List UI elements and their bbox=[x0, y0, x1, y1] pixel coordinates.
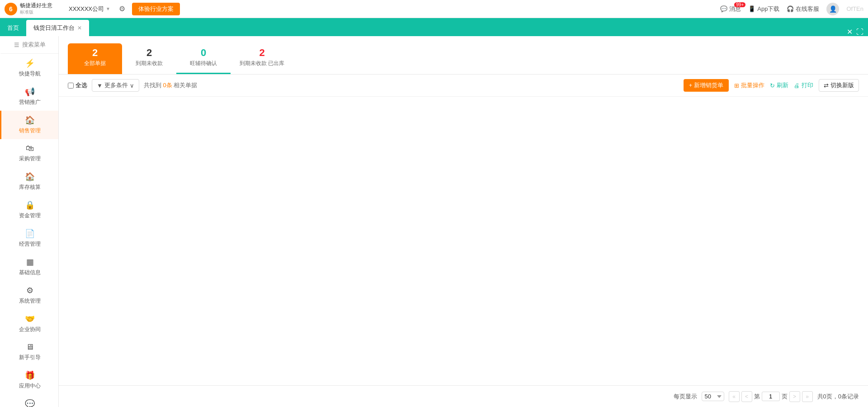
company-name: XXXXXX公司 bbox=[69, 5, 104, 13]
sidebar-search-label: 搜索菜单 bbox=[22, 41, 46, 49]
sidebar-item-system[interactable]: ⚙ 系统管理 bbox=[0, 281, 58, 309]
topbar: 6 畅捷通好生意 标准版 XXXXXX公司 ▼ ⚙ 体验行业方案 💬 消息 99… bbox=[0, 0, 868, 18]
sidebar-item-purchase[interactable]: 🛍 采购管理 bbox=[0, 139, 58, 167]
app-sub: 标准版 bbox=[20, 9, 52, 15]
app-download-button[interactable]: 📱 App下载 bbox=[748, 5, 779, 13]
empty-placeholder bbox=[59, 97, 868, 385]
switch-label: 切换新版 bbox=[830, 81, 854, 89]
company-selector[interactable]: XXXXXX公司 ▼ bbox=[63, 5, 116, 13]
filter-icon: ▼ bbox=[97, 82, 103, 89]
message-button[interactable]: 💬 消息 99+ bbox=[720, 5, 741, 13]
switch-version-button[interactable]: ⇄ 切换新版 bbox=[819, 79, 859, 92]
quicknav-icon: ⚡ bbox=[25, 58, 35, 68]
stats-tabs-bar: 2 全部单据 2 到期未收款 0 旺辅待确认 2 到期未收款 已出库 bbox=[59, 36, 868, 75]
last-page-button[interactable]: » bbox=[802, 391, 813, 402]
sidebar-guide-label: 新手引导 bbox=[19, 354, 41, 361]
stat-tab-overdue[interactable]: 2 到期未收款 bbox=[122, 43, 176, 74]
sidebar-item-guide[interactable]: 🖥 新手引导 bbox=[0, 338, 58, 366]
per-page-select[interactable]: 50 100 200 bbox=[702, 392, 724, 401]
sidebar-appcenter-label: 应用中心 bbox=[19, 382, 41, 390]
basics-icon: ▦ bbox=[26, 257, 34, 267]
sidebar-system-label: 系统管理 bbox=[19, 297, 41, 305]
tab-workbench-label: 钱货日清工作台 bbox=[33, 24, 75, 32]
sales-icon: 🏠 bbox=[25, 115, 35, 125]
toolbar-right: + 新增销货单 ⊞ 批量操作 ↻ 刷新 🖨 打印 ⇄ 切换新版 bbox=[684, 79, 859, 92]
filter-arrow-icon: ∨ bbox=[130, 82, 134, 89]
sidebar-inventory-label: 库存核算 bbox=[19, 183, 41, 191]
sidebar: ☰ 搜索菜单 ⚡ 快捷导航 📢 营销推广 🏠 销售管理 🛍 采购管理 🏠 库存核… bbox=[0, 36, 59, 407]
search-icon: ☰ bbox=[14, 42, 19, 48]
main-content: 2 全部单据 2 到期未收款 0 旺辅待确认 2 到期未收款 已出库 全选 bbox=[59, 36, 868, 407]
stat-all-num: 2 bbox=[77, 47, 113, 59]
sidebar-purchase-label: 采购管理 bbox=[19, 155, 41, 163]
app-download-label: App下载 bbox=[757, 5, 779, 13]
sidebar-item-marketing[interactable]: 📢 营销推广 bbox=[0, 82, 58, 111]
sidebar-item-basics[interactable]: ▦ 基础信息 bbox=[0, 253, 58, 281]
nav-collapse-icon[interactable]: ✕ bbox=[847, 28, 853, 36]
message-badge: 99+ bbox=[734, 2, 745, 7]
stat-tab-all[interactable]: 2 全部单据 bbox=[68, 43, 122, 74]
logo-text-block: 畅捷通好生意 标准版 bbox=[20, 2, 52, 16]
nav-expand-icon[interactable]: ⛶ bbox=[856, 28, 863, 36]
print-button[interactable]: 🖨 打印 bbox=[794, 81, 813, 89]
filter-label: 更多条件 bbox=[104, 81, 128, 89]
stat-tab-shipped[interactable]: 2 到期未收款 已出库 bbox=[231, 43, 293, 74]
headset-icon: 🎧 bbox=[787, 5, 794, 12]
print-icon: 🖨 bbox=[794, 82, 800, 89]
sidebar-quicknav-label: 快捷导航 bbox=[19, 70, 41, 78]
add-order-button[interactable]: + 新增销货单 bbox=[684, 79, 729, 92]
stat-tab-wangfu[interactable]: 0 旺辅待确认 bbox=[176, 43, 231, 74]
user-name-label[interactable]: OfTEn bbox=[846, 5, 863, 12]
message-icon: 💬 bbox=[720, 5, 727, 12]
next-page-button[interactable]: > bbox=[789, 391, 800, 402]
operations-icon: 📄 bbox=[25, 229, 35, 239]
tab-close-icon[interactable]: ✕ bbox=[77, 25, 82, 31]
sidebar-item-sales[interactable]: 🏠 销售管理 bbox=[0, 111, 58, 139]
batch-ops-button[interactable]: ⊞ 批量操作 bbox=[734, 81, 764, 89]
table-area bbox=[59, 97, 868, 385]
tab-workbench[interactable]: 钱货日清工作台 ✕ bbox=[26, 20, 89, 36]
trial-button[interactable]: 体验行业方案 bbox=[132, 3, 180, 15]
appcenter-icon: 🎁 bbox=[25, 370, 35, 380]
stat-wangfu-num: 0 bbox=[185, 47, 222, 59]
page-nav: « < 第 页 > » bbox=[729, 391, 813, 402]
logo-icon: 6 bbox=[5, 3, 17, 15]
page-label: 第 bbox=[754, 393, 760, 401]
filter-button[interactable]: ▼ 更多条件 ∨ bbox=[92, 79, 139, 92]
finance-icon: 🔒 bbox=[25, 200, 35, 210]
sidebar-item-operations[interactable]: 📄 经营管理 bbox=[0, 224, 58, 253]
sidebar-item-appcenter[interactable]: 🎁 应用中心 bbox=[0, 366, 58, 394]
nav-right-icons: ✕ ⛶ bbox=[847, 28, 868, 36]
sidebar-item-enterprise[interactable]: 🤝 企业协同 bbox=[0, 309, 58, 338]
sidebar-item-finance[interactable]: 🔒 资金管理 bbox=[0, 196, 58, 224]
page-input[interactable] bbox=[762, 392, 780, 401]
sidebar-item-inventory[interactable]: 🏠 库存核算 bbox=[0, 167, 58, 196]
nav-tabs-bar: 首页 钱货日清工作台 ✕ ✕ ⛶ bbox=[0, 18, 868, 36]
print-label: 打印 bbox=[802, 81, 813, 89]
refresh-icon: ↻ bbox=[770, 82, 775, 89]
stat-overdue-num: 2 bbox=[131, 47, 167, 59]
stat-shipped-label: 到期未收款 已出库 bbox=[240, 60, 284, 67]
settings-button[interactable]: ⚙ bbox=[116, 3, 128, 15]
found-text: 共找到 0条 相关单据 bbox=[144, 81, 197, 89]
toolbar: 全选 ▼ 更多条件 ∨ 共找到 0条 相关单据 + 新增销货单 ⊞ bbox=[59, 75, 868, 97]
prev-page-button[interactable]: < bbox=[741, 391, 752, 402]
sidebar-item-search[interactable]: ☰ 搜索菜单 bbox=[0, 36, 58, 54]
user-avatar[interactable]: 👤 bbox=[826, 3, 839, 15]
sidebar-marketing-label: 营销推广 bbox=[19, 98, 41, 106]
sidebar-enterprise-label: 企业协同 bbox=[19, 326, 41, 333]
sidebar-operations-label: 经营管理 bbox=[19, 240, 41, 248]
page-suffix: 页 bbox=[782, 393, 788, 401]
total-records: 共0页，0条记录 bbox=[817, 393, 859, 401]
first-page-button[interactable]: « bbox=[729, 391, 740, 402]
avatar-icon: 👤 bbox=[829, 5, 837, 13]
online-service-button[interactable]: 🎧 在线客服 bbox=[787, 5, 819, 13]
tab-home[interactable]: 首页 bbox=[0, 20, 26, 36]
select-all-input[interactable] bbox=[68, 83, 74, 89]
refresh-button[interactable]: ↻ 刷新 bbox=[770, 81, 788, 89]
sidebar-finance-label: 资金管理 bbox=[19, 212, 41, 220]
select-all-checkbox[interactable]: 全选 bbox=[68, 81, 87, 89]
sidebar-item-quicknav[interactable]: ⚡ 快捷导航 bbox=[0, 54, 58, 82]
stat-overdue-label: 到期未收款 bbox=[131, 60, 167, 67]
sidebar-item-corpwx[interactable]: 💬 企业微信 bbox=[0, 394, 58, 407]
